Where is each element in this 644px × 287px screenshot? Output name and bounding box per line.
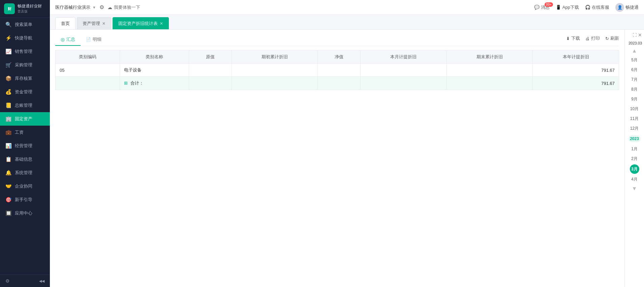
message-badge: 99+	[545, 2, 553, 7]
sidebar-item-payroll[interactable]: 💼 工资	[0, 126, 50, 139]
grid-icon: 🔲	[5, 210, 11, 216]
date-month-jun[interactable]: 6月	[625, 65, 644, 75]
settings-icon[interactable]: ⚙	[5, 278, 10, 284]
collapse-icon[interactable]: ◀◀	[39, 279, 44, 283]
date-month-oct[interactable]: 10月	[625, 104, 644, 114]
box-icon: 📦	[5, 75, 11, 82]
messages-button[interactable]: 💬 消息 99+	[534, 4, 550, 10]
total-icon: ⊞	[124, 81, 128, 86]
topbar-settings-icon[interactable]: ⚙	[99, 4, 104, 10]
sidebar-item-system[interactable]: 🔔 系统管理	[0, 166, 50, 180]
sidebar-item-basic-info[interactable]: 📋 基础信息	[0, 153, 50, 166]
row-original-value	[189, 64, 232, 77]
sidebar-item-search[interactable]: 🔍 搜索菜单	[0, 18, 50, 31]
briefcase-icon: 💼	[5, 129, 11, 135]
sidebar-item-label: 搜索菜单	[15, 22, 32, 28]
money-icon: 💰	[5, 89, 11, 95]
date-month-feb[interactable]: 2月	[625, 154, 644, 164]
col-annual-depreciation: 本年计提折旧	[533, 51, 619, 64]
book-icon: 📒	[5, 102, 11, 108]
company-name: 医疗器械行业演示	[55, 4, 90, 10]
sidebar-item-operations[interactable]: 📊 经营管理	[0, 139, 50, 153]
logo-icon: 财	[4, 3, 15, 14]
sidebar-item-finance[interactable]: 💰 资金管理	[0, 85, 50, 99]
print-button[interactable]: 🖨 打印	[585, 35, 600, 41]
date-month-jan[interactable]: 1月	[625, 144, 644, 154]
date-up-arrow[interactable]: ▲	[625, 46, 644, 55]
row-category-code: 05	[56, 64, 120, 77]
row-annual-depreciation: 791.67	[533, 64, 619, 77]
print-label: 打印	[591, 35, 600, 41]
bell-icon: 🔔	[5, 170, 11, 176]
date-month-mar-current[interactable]: 3月	[630, 164, 639, 174]
close-panel-icon[interactable]: ✕	[638, 32, 642, 38]
sidebar-item-label: 基础信息	[15, 156, 32, 162]
bar-chart-icon: 📊	[5, 143, 11, 149]
headset-icon: 🎧	[585, 5, 590, 10]
date-month-aug[interactable]: 8月	[625, 85, 644, 94]
sub-tabs-left: ◎ 汇总 📄 明细	[55, 34, 107, 46]
sidebar: 财 畅捷通好业财 普及版 🔍 搜索菜单 ⚡ 快捷导航 📈 销售管理 🛒 采购管理…	[0, 0, 50, 287]
date-panel-header: ⛶ ✕	[625, 32, 644, 40]
sidebar-item-app-center[interactable]: 🔲 应用中心	[0, 206, 50, 220]
tab-home-label: 首页	[61, 21, 70, 27]
sidebar-item-enterprise[interactable]: 🤝 企业协同	[0, 180, 50, 193]
avatar-icon: 👤	[617, 5, 622, 10]
col-period-end-accumulated: 期末累计折旧	[447, 51, 533, 64]
total-annual-depreciation: 791.67	[533, 77, 619, 90]
refresh-button[interactable]: ↻ 刷新	[605, 35, 619, 41]
total-net-value	[318, 77, 361, 90]
lightning-icon: ⚡	[5, 35, 11, 41]
app-download-label: App下载	[562, 4, 579, 10]
sidebar-item-label: 总账管理	[15, 102, 32, 108]
sidebar-item-inventory[interactable]: 📦 库存核算	[0, 72, 50, 85]
sub-tab-summary[interactable]: ◎ 汇总	[55, 34, 81, 46]
online-service-label: 在线客服	[592, 4, 609, 10]
row-period-accumulated	[232, 64, 318, 77]
tab-depreciation-label: 固定资产折旧统计表	[118, 21, 158, 27]
refresh-label: 刷新	[610, 35, 619, 41]
total-period-accumulated	[232, 77, 318, 90]
sidebar-item-purchase[interactable]: 🛒 采购管理	[0, 58, 50, 72]
sub-tab-detail-label: 明细	[93, 36, 101, 42]
topbar-right: 💬 消息 99+ 📱 App下载 🎧 在线客服 👤 畅捷通	[534, 3, 639, 12]
date-month-jul[interactable]: 7月	[625, 75, 644, 85]
cart-icon: 🛒	[5, 62, 11, 68]
tab-depreciation-close-icon[interactable]: ✕	[160, 21, 163, 26]
company-selector[interactable]: 医疗器械行业演示 ▼	[55, 4, 96, 10]
expand-icon[interactable]: ⛶	[633, 33, 637, 37]
sidebar-item-sales[interactable]: 📈 销售管理	[0, 45, 50, 58]
user-profile-button[interactable]: 👤 畅捷通	[615, 3, 639, 12]
date-month-may[interactable]: 5月	[625, 55, 644, 65]
content-area: ◎ 汇总 📄 明细 ⬇ 下载 🖨 打印	[50, 30, 644, 287]
sidebar-item-quick-nav[interactable]: ⚡ 快捷导航	[0, 31, 50, 45]
sidebar-item-guide[interactable]: 🎯 新手引导	[0, 193, 50, 206]
sidebar-item-label: 快捷导航	[15, 35, 32, 41]
sidebar-item-ledger[interactable]: 📒 总账管理	[0, 99, 50, 112]
trial-text: 我要体验一下	[114, 4, 140, 10]
tab-depreciation[interactable]: 固定资产折旧统计表 ✕	[113, 17, 169, 29]
sidebar-item-fixed-assets[interactable]: 🏢 固定资产	[0, 112, 50, 126]
sidebar-item-label: 资金管理	[15, 89, 32, 95]
sub-tab-summary-label: 汇总	[66, 36, 75, 42]
date-down-arrow[interactable]: ▼	[625, 184, 644, 193]
tab-asset-mgmt[interactable]: 资产管理 ✕	[77, 17, 111, 29]
app-download-button[interactable]: 📱 App下载	[556, 4, 579, 10]
sidebar-logo: 财 畅捷通好业财 普及版	[0, 0, 50, 18]
date-month-apr[interactable]: 4月	[625, 174, 644, 184]
sub-tab-detail[interactable]: 📄 明细	[81, 34, 107, 46]
tab-asset-mgmt-close-icon[interactable]: ✕	[102, 21, 105, 26]
download-button[interactable]: ⬇ 下载	[566, 35, 580, 41]
sidebar-item-label: 新手引导	[15, 197, 32, 203]
trial-button[interactable]: ☁ 我要体验一下	[108, 4, 140, 10]
download-label: 下载	[571, 35, 580, 41]
date-month-nov[interactable]: 11月	[625, 114, 644, 124]
download-icon: ⬇	[566, 36, 570, 41]
tab-home[interactable]: 首页	[55, 17, 75, 29]
total-monthly-depreciation	[360, 77, 447, 90]
date-month-sep[interactable]: 9月	[625, 94, 644, 104]
online-service-button[interactable]: 🎧 在线客服	[585, 4, 609, 10]
sub-tabs-actions: ⬇ 下载 🖨 打印 ↻ 刷新	[566, 35, 619, 44]
date-month-dec[interactable]: 12月	[625, 124, 644, 133]
sidebar-nav: 🔍 搜索菜单 ⚡ 快捷导航 📈 销售管理 🛒 采购管理 📦 库存核算 💰 资金管…	[0, 18, 50, 275]
